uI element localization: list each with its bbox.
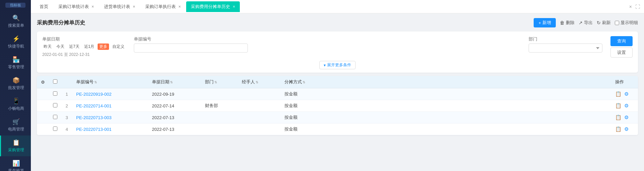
checkbox-col-header[interactable] <box>49 76 61 88</box>
select-all-checkbox[interactable] <box>53 79 57 84</box>
dept-field: 部门 财务部 <box>529 36 602 53</box>
row-checkbox-cell[interactable] <box>49 123 61 135</box>
sidebar-item-retail[interactable]: 🏪 零售管理 <box>0 53 31 73</box>
date-today[interactable]: 今天 <box>55 44 66 50</box>
export-icon: ↗ <box>579 20 583 25</box>
handler-col-header[interactable]: 经手人⇅ <box>238 76 280 88</box>
dept-col-header[interactable]: 部门⇅ <box>201 76 238 88</box>
table-row: 3 PE-20220713-003 2022-07-13 按金额 📋 ⚙ <box>37 112 638 123</box>
sidebar-item-wholesale[interactable]: 📦 批发管理 <box>0 73 31 94</box>
row-checkbox-cell[interactable] <box>49 88 61 100</box>
row-doc-date: 2022-09-19 <box>148 88 201 100</box>
more-icon[interactable]: ⚙ <box>624 103 629 109</box>
more-icon[interactable]: ⚙ <box>624 126 629 132</box>
more-icon[interactable]: ⚙ <box>624 91 629 97</box>
sort-icon: ⇅ <box>303 80 305 84</box>
row-checkbox-cell[interactable] <box>49 100 61 112</box>
tab-home[interactable]: 首页 <box>35 1 53 12</box>
edit-icon[interactable]: 📋 <box>615 126 622 132</box>
tab-inbound-stats[interactable]: 进货单统计表 × <box>99 1 140 12</box>
row-dept <box>201 123 238 135</box>
retail-icon: 🏪 <box>12 56 20 63</box>
search-button[interactable]: 查询 <box>610 36 633 46</box>
tab-close-icon[interactable]: × <box>178 4 181 9</box>
delete-icon: 🗑 <box>560 20 565 25</box>
add-button[interactable]: + 新增 <box>534 18 556 27</box>
search-icon: 🔍 <box>12 14 20 22</box>
doc-no-input[interactable] <box>134 44 248 53</box>
row-checkbox[interactable] <box>53 91 57 96</box>
sidebar-item-inventory[interactable]: 📊 库存核算 <box>0 156 31 171</box>
doc-no-col-header[interactable]: 单据编号⇅ <box>72 76 148 88</box>
tab-purchase-cost-split[interactable]: 采购费用分摊单历史 × <box>186 1 240 12</box>
refresh-button[interactable]: ↻ 刷新 <box>597 20 611 26</box>
sidebar-item-ecom[interactable]: 🛒 电商管理 <box>0 115 31 136</box>
row-seq: 3 <box>61 112 72 123</box>
doc-date-col-header[interactable]: 单据日期⇅ <box>148 76 201 88</box>
row-checkbox[interactable] <box>53 103 57 107</box>
date-range: 2022-01-01 至 2022-12-31 <box>42 52 126 58</box>
sidebar-item-quick-nav[interactable]: ⚡ 快捷导航 <box>0 32 31 53</box>
tab-maximize-icon[interactable]: ⛶ <box>635 4 640 9</box>
dept-select[interactable]: 财务部 <box>529 44 602 53</box>
date-7days[interactable]: 近7天 <box>68 44 81 50</box>
sidebar-item-purchase[interactable]: 📋 采购管理 <box>0 136 31 156</box>
search-bar: 单据日期 昨天 今天 近7天 近1月 更多 自定义 2022-01-01 至 2… <box>37 31 638 73</box>
date-more[interactable]: 更多 <box>98 44 109 50</box>
edit-icon[interactable]: 📋 <box>615 114 622 120</box>
tab-close-icon[interactable]: × <box>233 4 235 9</box>
data-table: ⚙ 单据编号⇅ 单据日期⇅ 部门⇅ <box>37 76 638 135</box>
quick-nav-icon: ⚡ <box>12 35 20 42</box>
ecom-mobile-icon: 📱 <box>12 97 20 105</box>
row-seq: 2 <box>61 100 72 112</box>
row-op: 📋 ⚙ <box>611 100 638 112</box>
edit-icon[interactable]: 📋 <box>615 91 622 97</box>
tab-close-icon[interactable]: × <box>92 4 94 9</box>
sidebar-item-ecom-mobile[interactable]: 📱 小畅电商 <box>0 94 31 115</box>
split-method-col-header[interactable]: 分摊方式⇅ <box>280 76 611 88</box>
row-op: 📋 ⚙ <box>611 88 638 100</box>
row-doc-no[interactable]: PE-20220919-002 <box>72 88 148 100</box>
tab-purchase-order-stats[interactable]: 采购订单统计表 × <box>54 1 99 12</box>
show-cols-input[interactable] <box>615 21 619 25</box>
row-checkbox[interactable] <box>53 115 57 119</box>
setting-button[interactable]: 设置 <box>610 48 633 58</box>
row-doc-no[interactable]: PE-20220713-001 <box>72 123 148 135</box>
records-table: ⚙ 单据编号⇅ 单据日期⇅ 部门⇅ <box>37 76 638 135</box>
export-button[interactable]: ↗ 导出 <box>579 20 593 26</box>
table-row: 4 PE-20220713-001 2022-07-13 按金额 📋 ⚙ <box>37 123 638 135</box>
date-custom[interactable]: 自定义 <box>111 44 126 50</box>
sidebar-item-search[interactable]: 🔍 搜索菜单 <box>0 11 31 32</box>
sidebar-item-label: 零售管理 <box>8 64 24 70</box>
row-doc-no[interactable]: PE-20220714-001 <box>72 100 148 112</box>
main-area: 首页 采购订单统计表 × 进货单统计表 × 采购订单执行表 × 采购费用分摊单历… <box>31 0 644 171</box>
date-1month[interactable]: 近1月 <box>83 44 96 50</box>
tab-close-icon[interactable]: × <box>133 4 135 9</box>
row-dept: 财务部 <box>201 100 238 112</box>
more-icon[interactable]: ⚙ <box>624 114 629 120</box>
date-yesterday[interactable]: 昨天 <box>42 44 53 50</box>
doc-no-link[interactable]: PE-20220713-003 <box>76 115 112 120</box>
add-label: 新增 <box>542 20 551 26</box>
doc-no-link[interactable]: PE-20220714-001 <box>76 103 112 108</box>
tab-purchase-order-exec[interactable]: 采购订单执行表 × <box>141 1 185 12</box>
settings-col-header[interactable]: ⚙ <box>37 76 49 88</box>
sidebar-item-label: 库存核算 <box>8 168 24 171</box>
doc-no-link[interactable]: PE-20220919-002 <box>76 92 112 97</box>
table-body: 1 PE-20220919-002 2022-09-19 按金额 📋 ⚙ 2 P… <box>37 88 638 135</box>
row-checkbox[interactable] <box>53 126 57 131</box>
table-row: 2 PE-20220714-001 2022-07-14 财务部 按金额 📋 ⚙ <box>37 100 638 112</box>
row-checkbox-cell[interactable] <box>49 112 61 123</box>
delete-button[interactable]: 🗑 删除 <box>560 20 575 26</box>
doc-no-link[interactable]: PE-20220713-001 <box>76 127 112 132</box>
sort-icon: ⇅ <box>214 80 217 84</box>
show-cols-checkbox[interactable]: 显示明细 <box>615 20 638 26</box>
row-doc-no[interactable]: PE-20220713-003 <box>72 112 148 123</box>
expand-button[interactable]: ▾ 展开更多条件 <box>319 61 356 69</box>
search-row: 单据日期 昨天 今天 近7天 近1月 更多 自定义 2022-01-01 至 2… <box>42 36 633 58</box>
tab-minimize-icon[interactable]: × <box>629 4 632 9</box>
edit-icon[interactable]: 📋 <box>615 103 622 109</box>
expand-chevron-icon: ▾ <box>324 63 326 68</box>
sort-icon: ⇅ <box>94 80 97 84</box>
tab-label: 采购订单统计表 <box>58 4 89 10</box>
